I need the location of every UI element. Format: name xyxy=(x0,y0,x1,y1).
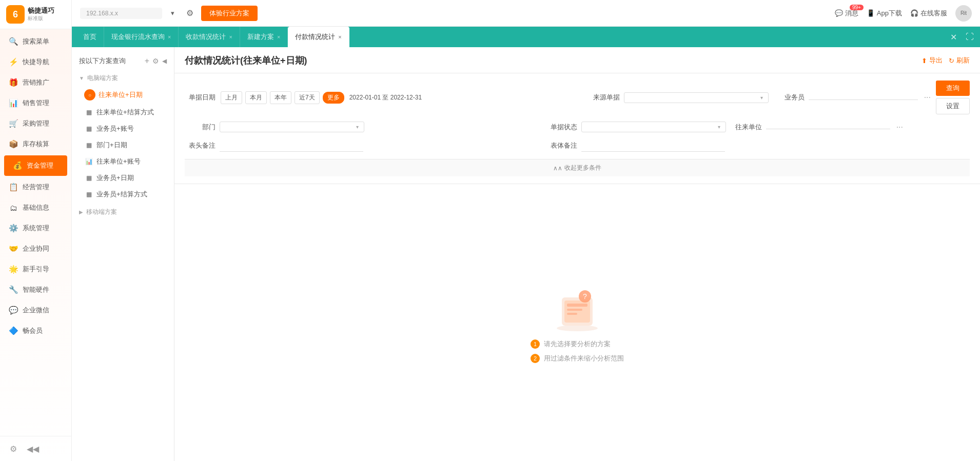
source-select[interactable]: ▾ xyxy=(624,92,769,103)
trial-button[interactable]: 体验行业方案 xyxy=(201,6,258,21)
scheme-settings-icon[interactable]: ⚙ xyxy=(152,57,159,65)
nav-icon-hardware: 🔧 xyxy=(8,285,18,295)
partner-more-icon[interactable]: ··· xyxy=(896,123,903,132)
close-all-tabs-icon[interactable]: ✕ xyxy=(947,31,959,43)
expand-tab-icon[interactable]: ⛶ xyxy=(964,31,976,43)
nav-label-quick-nav: 快捷导航 xyxy=(23,57,49,67)
page-title: 付款情况统计(往来单位+日期) xyxy=(185,54,307,67)
sidebar-item-search-menu[interactable]: 🔍搜索菜单 xyxy=(0,31,71,52)
date-btn-last-month[interactable]: 上月 xyxy=(221,91,242,104)
panel-item-partner-account[interactable]: 📊往来单位+账号 xyxy=(72,153,174,170)
sidebar-item-guide[interactable]: 🌟新手引导 xyxy=(0,259,71,279)
export-button[interactable]: ⬆ 导出 xyxy=(922,56,943,65)
sidebar: 6 畅捷通巧 标准版 🔍搜索菜单⚡快捷导航🎁营销推广📊销售管理🛒采购管理📦库存核… xyxy=(0,0,72,461)
tab-close-payment[interactable]: × xyxy=(338,34,341,40)
nav-icon-funds: 💰 xyxy=(12,161,23,171)
nav-label-sales: 销售管理 xyxy=(23,98,49,108)
tab-new-scheme[interactable]: 新建方案× xyxy=(240,27,288,47)
partner-label: 往来单位 xyxy=(731,123,762,132)
table-header-note-block: 表头备注 xyxy=(185,139,364,152)
sidebar-item-marketing[interactable]: 🎁营销推广 xyxy=(0,72,71,93)
sidebar-item-member[interactable]: 🔷畅会员 xyxy=(0,320,71,341)
settings-button[interactable]: 设置 xyxy=(936,98,970,114)
dept-select[interactable]: ▾ xyxy=(220,122,364,132)
right-area: 付款情况统计(往来单位+日期) ⬆ 导出 ↻ 刷新 单据日期 xyxy=(174,47,980,461)
message-button[interactable]: 💬 消息 99+ xyxy=(835,9,858,18)
sidebar-item-hardware[interactable]: 🔧智能硬件 xyxy=(0,279,71,300)
panel-item-label-partner-settlement: 往来单位+结算方式 xyxy=(96,108,154,117)
refresh-button[interactable]: ↻ 刷新 xyxy=(949,56,970,65)
sidebar-item-system[interactable]: ⚙️系统管理 xyxy=(0,218,71,238)
sidebar-item-operations[interactable]: 📋经营管理 xyxy=(0,177,71,197)
sidebar-item-funds[interactable]: 💰资金管理 xyxy=(4,155,67,176)
topbar-left: 192.168.x.x ▾ ⚙ 体验行业方案 xyxy=(80,6,829,21)
tab-label-payment: 付款情况统计 xyxy=(295,32,335,42)
sidebar-item-inventory[interactable]: 📦库存核算 xyxy=(0,134,71,154)
tab-receipt[interactable]: 收款情况统计× xyxy=(179,27,240,47)
nav-label-member: 畅会员 xyxy=(23,326,43,335)
table-body-note-input[interactable] xyxy=(581,139,725,152)
sidebar-item-sales[interactable]: 📊销售管理 xyxy=(0,93,71,113)
tab-close-receipt[interactable]: × xyxy=(229,34,232,40)
user-avatar[interactable]: Rit xyxy=(955,5,972,22)
page-actions: ⬆ 导出 ↻ 刷新 xyxy=(922,56,970,65)
tab-home[interactable]: 首页 xyxy=(76,27,104,47)
item-icon-salesman-settlement: ▦ xyxy=(84,190,93,199)
app-download-button[interactable]: 📱 App下载 xyxy=(867,9,902,18)
empty-state: ? 1 请先选择要分析的方案 2 用过滤条件来缩小分析范围 xyxy=(174,184,980,461)
status-select[interactable]: ▾ xyxy=(581,122,726,132)
nav-icon-system: ⚙️ xyxy=(8,223,18,233)
panel-item-partner-date[interactable]: ○往来单位+日期 xyxy=(72,86,174,104)
sidebar-item-basic[interactable]: 🗂基础信息 xyxy=(0,197,71,218)
panel-item-label-salesman-date: 业务员+日期 xyxy=(96,173,134,183)
sidebar-item-enterprise[interactable]: 🤝企业协同 xyxy=(0,238,71,259)
left-panel-title: 按以下方案查询 xyxy=(79,56,126,66)
nav-label-funds: 资金管理 xyxy=(27,161,53,170)
panel-item-salesman-date[interactable]: ▦业务员+日期 xyxy=(72,170,174,186)
nav-icon-guide: 🌟 xyxy=(8,264,18,274)
date-btn-this-month[interactable]: 本月 xyxy=(245,91,267,104)
partner-filter-block: 往来单位 ··· xyxy=(731,123,903,132)
add-scheme-icon[interactable]: + xyxy=(145,56,149,66)
nav-icon-enterprise: 🤝 xyxy=(8,244,18,254)
topbar-gear-icon[interactable]: ⚙ xyxy=(183,6,197,21)
service-button[interactable]: 🎧 在线客服 xyxy=(910,9,947,18)
app-label: App下载 xyxy=(877,9,902,18)
hint-num-1: 1 xyxy=(531,339,540,349)
panel-item-partner-settlement[interactable]: ▦往来单位+结算方式 xyxy=(72,104,174,121)
nav-icon-search-menu: 🔍 xyxy=(8,36,18,47)
nav-label-purchase: 采购管理 xyxy=(23,119,49,128)
panel-item-dept-date[interactable]: ▦部门+日期 xyxy=(72,137,174,153)
collapse-sidebar-icon[interactable]: ◀◀ xyxy=(26,442,40,456)
panel-item-label-salesman-settlement: 业务员+结算方式 xyxy=(96,190,147,199)
sidebar-item-purchase[interactable]: 🛒采购管理 xyxy=(0,113,71,134)
panel-item-salesman-settlement[interactable]: ▦业务员+结算方式 xyxy=(72,186,174,203)
date-group: 上月 本月 本年 近7天 更多 2022-01-01 至 2022-12-31 xyxy=(221,91,422,104)
arrow-desktop: ▼ xyxy=(79,75,84,81)
collapse-label: 收起更多条件 xyxy=(564,164,601,172)
collapse-panel-icon[interactable]: ◀ xyxy=(162,57,167,65)
sidebar-item-quick-nav[interactable]: ⚡快捷导航 xyxy=(0,52,71,72)
tab-close-new-scheme[interactable]: × xyxy=(277,34,280,40)
panel-section-header-desktop[interactable]: ▼电脑端方案 xyxy=(72,71,174,86)
date-btn-7days[interactable]: 近7天 xyxy=(295,91,320,104)
salesman-label: 业务员 xyxy=(774,93,805,102)
message-icon: 💬 xyxy=(835,9,843,17)
tab-close-bank[interactable]: × xyxy=(168,34,171,40)
tab-payment[interactable]: 付款情况统计× xyxy=(288,27,349,47)
panel-section-header-mobile[interactable]: ▶移动端方案 xyxy=(72,205,174,219)
salesman-more-icon[interactable]: ··· xyxy=(924,93,931,102)
nav-label-basic: 基础信息 xyxy=(23,203,49,212)
nav-label-wechat: 企业微信 xyxy=(23,306,49,315)
date-btn-this-year[interactable]: 本年 xyxy=(270,91,291,104)
table-header-note-input[interactable] xyxy=(220,139,363,152)
topbar-dropdown-icon[interactable]: ▾ xyxy=(166,7,179,19)
sidebar-item-wechat[interactable]: 💬企业微信 xyxy=(0,300,71,320)
panel-item-label-partner-date: 往来单位+日期 xyxy=(99,90,143,99)
query-button[interactable]: 查询 xyxy=(936,81,970,96)
date-btn-more[interactable]: 更多 xyxy=(323,92,344,104)
settings-bottom-icon[interactable]: ⚙ xyxy=(6,442,21,456)
collapse-bar[interactable]: ∧∧ 收起更多条件 xyxy=(185,159,970,176)
panel-item-salesman-account[interactable]: ▦业务员+账号 xyxy=(72,121,174,137)
tab-bank[interactable]: 现金银行流水查询× xyxy=(104,27,179,47)
